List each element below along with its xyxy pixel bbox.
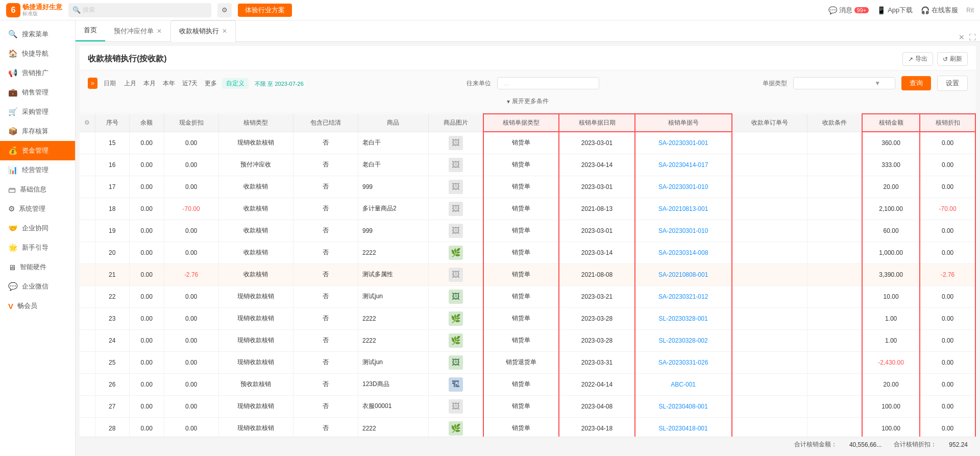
cell-product: 测试jun [358,351,428,373]
message-area[interactable]: 💬 消息 99+ [828,6,869,15]
cell-writeoff-date: 2023-03-28 [559,329,634,351]
cell-cash-discount: 0.00 [164,417,218,437]
cell-writeoff-no[interactable]: SL-20230328-001 [635,307,732,329]
writeoff-no-link[interactable]: SA-20230301-010 [658,227,708,234]
writeoff-no-link[interactable]: ABC-001 [671,381,696,388]
cell-writeoff-no[interactable]: SL-20230408-001 [635,395,732,417]
tab-receipt-writeoff[interactable]: 收款核销执行 ✕ [170,20,236,42]
product-img: 🖼 [449,136,463,150]
industry-solution-btn[interactable]: 体验行业方案 [238,4,292,17]
cell-writeoff-type: 现销收款核销 [218,132,293,154]
tab-prepay-close[interactable]: ✕ [157,28,162,35]
cell-seq: 27 [95,395,130,417]
tab-receipt-writeoff-close[interactable]: ✕ [222,28,227,35]
sidebar-item-sales[interactable]: 💼 销售管理 [0,83,75,102]
writeoff-no-link[interactable]: SA-20230301-001 [658,139,708,147]
date-btn-more[interactable]: 更多 [203,78,219,89]
tab-bar: 首页 预付冲应付单 ✕ 收款核销执行 ✕ ✕ ⛶ [76,20,980,42]
expand-more-btn[interactable]: ▾ 展开更多条件 [505,95,551,108]
writeoff-no-link[interactable]: SL-20230408-001 [659,403,708,410]
sales-icon: 💼 [8,88,18,97]
cell-writeoff-no[interactable]: SA-20230414-017 [635,154,732,176]
writeoff-no-link[interactable]: SL-20230328-001 [659,315,708,322]
writeoff-no-link[interactable]: SA-20230301-010 [658,183,708,190]
writeoff-no-link[interactable]: SL-20230418-001 [659,425,708,432]
cell-writeoff-no[interactable]: SA-20210808-001 [635,263,732,285]
cell-writeoff-no[interactable]: SA-20230314-008 [635,242,732,263]
cell-writeoff-date: 2023-03-31 [559,351,634,373]
sidebar-label-basic: 基础信息 [20,185,46,194]
setting-btn[interactable]: 设置 [937,76,968,91]
writeoff-no-link[interactable]: SL-20230328-002 [659,337,708,344]
voucher-type-select[interactable]: ▼ [793,77,895,89]
sidebar-label-search: 搜索菜单 [22,30,48,39]
sidebar-item-member[interactable]: V 畅会员 [0,296,75,316]
sidebar-item-system[interactable]: ⚙ 系统管理 [0,199,75,219]
cell-writeoff-no[interactable]: SL-20230418-001 [635,417,732,437]
writeoff-no-link[interactable]: SA-20230331-026 [658,359,708,366]
purchase-icon: 🛒 [8,107,18,116]
date-btn-last-7days[interactable]: 近7天 [180,78,200,89]
top-search-bar[interactable]: 🔍 搜索 [68,3,211,17]
sidebar-item-wechat[interactable]: 💬 企业微信 [0,277,75,296]
th-product-img: 商品图片 [428,114,483,132]
sidebar-item-inventory[interactable]: 📦 库存核算 [0,122,75,141]
sidebar-item-basic[interactable]: 🗃 基础信息 [0,180,75,199]
sidebar-item-collab[interactable]: 🤝 企业协同 [0,219,75,238]
tab-prepay[interactable]: 预付冲应付单 ✕ [105,20,170,42]
cell-writeoff-discount: 0.00 [920,132,975,154]
cell-writeoff-type: 预付冲应收 [218,154,293,176]
th-settings[interactable]: ⚙ [80,114,95,132]
writeoff-no-link[interactable]: SA-20230321-012 [658,293,708,300]
writeoff-no-link[interactable]: SA-20210808-001 [658,271,708,278]
cell-seq: 22 [95,285,130,307]
writeoff-no-link[interactable]: SA-20230314-008 [658,249,708,256]
tab-home[interactable]: 首页 [76,20,105,41]
table-row: 27 0.00 0.00 现销收款核销 否 衣服00001 🖼 销货单 2023… [80,395,975,417]
sidebar-item-guide[interactable]: 🌟 新手引导 [0,238,75,257]
sidebar-item-marketing[interactable]: 📢 营销推广 [0,63,75,83]
cell-writeoff-no[interactable]: SA-20230321-012 [635,285,732,307]
cell-writeoff-no[interactable]: ABC-001 [635,373,732,395]
date-btn-custom[interactable]: 自定义 [222,78,249,89]
sidebar-item-quick-nav[interactable]: 🏠 快捷导航 [0,44,75,63]
cell-writeoff-no[interactable]: SL-20230328-002 [635,329,732,351]
date-btn-this-year[interactable]: 本年 [161,78,177,89]
sidebar-item-purchase[interactable]: 🛒 采购管理 [0,102,75,122]
cell-product-img: 🖼 [428,154,483,176]
sidebar-item-finance[interactable]: 💰 资金管理 [0,141,75,160]
partner-input[interactable]: ... [497,77,599,89]
cell-writeoff-no[interactable]: SA-20230301-010 [635,220,732,242]
date-btn-this-month[interactable]: 本月 [141,78,158,89]
cell-writeoff-no[interactable]: SA-20230301-010 [635,176,732,198]
refresh-btn[interactable]: ↺ 刷新 [937,52,968,66]
tab-close-window-icon[interactable]: ✕ [959,33,965,41]
cell-settings [80,395,95,417]
cell-writeoff-no[interactable]: SA-20230331-026 [635,351,732,373]
writeoff-no-link[interactable]: SA-20210813-001 [658,205,708,212]
cell-receipt-cond [807,154,862,176]
date-btn-last-month[interactable]: 上月 [122,78,138,89]
column-settings-icon[interactable]: ⚙ [84,119,91,126]
tab-maximize-icon[interactable]: ⛶ [969,33,976,41]
app-download[interactable]: 📱 App下载 [877,6,913,15]
cell-receipt-cond [807,285,862,307]
sidebar-item-search[interactable]: 🔍 搜索菜单 [0,25,75,44]
voucher-type-label: 单据类型 [763,79,787,88]
online-service[interactable]: 🎧 在线客服 [921,6,958,15]
sidebar-item-hardware[interactable]: 🖥 智能硬件 [0,257,75,277]
writeoff-no-link[interactable]: SA-20230414-017 [658,161,708,169]
cell-writeoff-no[interactable]: SA-20210813-001 [635,198,732,220]
settings-gear-btn[interactable]: ⚙ [217,3,232,17]
query-btn[interactable]: 查询 [901,76,931,90]
filter-expand-arrow[interactable]: » [88,78,97,89]
cell-writeoff-date: 2023-03-01 [559,220,634,242]
page-content: 收款核销执行(按收款) ↗ 导出 ↺ 刷新 » [80,46,976,452]
th-writeoff-date: 核销单据日期 [559,114,634,132]
export-icon: ↗ [908,56,913,63]
cell-writeoff-no[interactable]: SA-20230301-001 [635,132,732,154]
sidebar-label-guide: 新手引导 [22,243,48,252]
product-img: 🖼 [449,224,463,238]
export-btn[interactable]: ↗ 导出 [902,52,933,66]
sidebar-item-operations[interactable]: 📊 经营管理 [0,160,75,180]
